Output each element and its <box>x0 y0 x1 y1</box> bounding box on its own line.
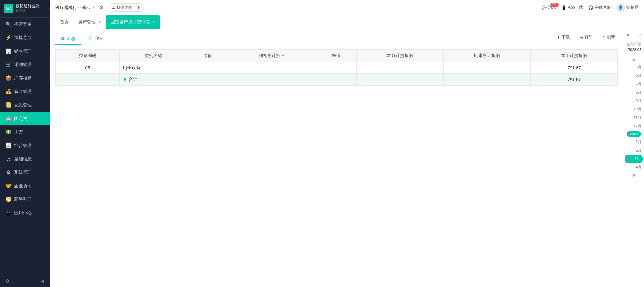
sidebar-item-appcenter[interactable]: 📱 应用中心 <box>0 206 50 220</box>
tab-home[interactable]: 首页 <box>55 15 73 29</box>
sidebar-item-fixed[interactable]: 🏢 固定资产 <box>0 112 50 125</box>
main-area: 医疗器械行业演示 ▾ ⚙ ☁ 我要体验一下 💬 消息 99+ 📱 App下载 🎧… <box>50 0 644 287</box>
timeline-month-2[interactable]: 2月 <box>623 146 644 155</box>
close-icon[interactable]: ✕ <box>626 32 630 38</box>
timeline-month-1[interactable]: 1月 <box>623 138 644 146</box>
refresh-button[interactable]: ↻ 刷新 <box>600 33 618 41</box>
download-icon: 📱 <box>561 5 566 10</box>
header-settings-icon[interactable]: ⚙ <box>99 4 104 11</box>
download-icon: ⬇ <box>557 35 560 40</box>
expand-icon[interactable]: ⤢ <box>637 32 641 38</box>
tab-asset[interactable]: 资产管理 ✕ <box>73 15 106 29</box>
sidebar-item-payroll[interactable]: 💵 工资 <box>0 125 50 139</box>
handshake-icon: 🤝 <box>5 183 11 189</box>
total-label: ▶ 合计： <box>120 74 187 86</box>
sidebar-item-label: 资金管理 <box>14 89 32 95</box>
tab-close-depreciation[interactable]: ✕ <box>152 20 155 24</box>
timeline-month-5[interactable]: 5月 <box>623 63 644 71</box>
tab-close-asset[interactable]: ✕ <box>98 20 101 24</box>
timeline-month-4[interactable]: 4月 <box>623 163 644 171</box>
total-row: ▶ 合计： 791.67 <box>56 74 618 86</box>
cell-accumulated <box>228 62 315 74</box>
content-main: ♻ 汇总 📄 明细 ⬇ 下载 🖨 打印 <box>50 29 623 287</box>
print-button[interactable]: 🖨 打印 <box>577 33 595 41</box>
user-profile[interactable]: 👤 畅捷通 <box>616 3 639 12</box>
collapse-icon[interactable]: ◀ <box>41 278 44 284</box>
tab-bar: 首页 资产管理 ✕ 固定资产折旧统计表 ✕ <box>50 15 644 29</box>
total-code <box>56 74 120 86</box>
timeline-month-6[interactable]: 6月 <box>623 71 644 80</box>
sub-tab-summary[interactable]: ♻ 汇总 <box>55 33 81 45</box>
header-right: 💬 消息 99+ 📱 App下载 🎧 在线客服 👤 畅捷通 <box>542 3 639 12</box>
timeline-month-3[interactable]: 3月 <box>625 155 643 163</box>
sub-tab-detail[interactable]: 📄 明细 <box>81 33 108 45</box>
right-panel-header: ✕ ⤢ <box>623 29 644 41</box>
building-icon: 🏢 <box>5 116 11 122</box>
sidebar-item-system[interactable]: ⚙ 系统管理 <box>0 166 50 179</box>
depreciation-table: 类别编码 类别名称 原值 期初累计折旧 净值 本月计提折旧 期末累计折旧 本年计… <box>55 49 618 86</box>
table-header-row: 类别编码 类别名称 原值 期初累计折旧 净值 本月计提折旧 期末累计折旧 本年计… <box>56 50 618 62</box>
experience-button[interactable]: ☁ 我要体验一下 <box>107 3 144 12</box>
total-accumulated <box>228 74 315 86</box>
timeline-month-12[interactable]: 12月 <box>623 122 644 130</box>
sidebar-item-label: 快捷导航 <box>14 35 32 41</box>
timeline-month-9[interactable]: 9月 <box>623 97 644 105</box>
date-label: 当前日期 <box>623 41 644 47</box>
company-selector[interactable]: 医疗器械行业演示 ▾ <box>55 5 94 11</box>
sidebar-item-label: 系统管理 <box>14 169 32 176</box>
timeline-up[interactable]: ▲ <box>623 55 644 63</box>
total-net <box>315 74 357 86</box>
sub-tabs: ♻ 汇总 📄 明细 ⬇ 下载 🖨 打印 <box>55 33 618 45</box>
sidebar-item-label: 应用中心 <box>14 210 32 216</box>
cell-net <box>315 62 357 74</box>
logo-version: 普及版 <box>16 9 40 13</box>
timeline-month-8[interactable]: 8月 <box>623 88 644 97</box>
settings-footer-icon[interactable]: ⚙ <box>5 278 10 284</box>
sidebar-item-finance[interactable]: 💰 资金管理 <box>0 85 50 98</box>
chevron-down-icon: ▾ <box>92 5 94 10</box>
sidebar-item-label: 库存核算 <box>14 75 32 81</box>
folder-icon: 🗂 <box>5 156 11 162</box>
timeline-down[interactable]: ▼ <box>623 171 644 180</box>
col-annual: 本年计提折旧 <box>530 50 617 62</box>
col-accumulated: 期初累计折旧 <box>228 50 315 62</box>
table-row[interactable]: 05 电子设备 791.67 <box>56 62 618 74</box>
company-name: 医疗器械行业演示 <box>55 5 90 11</box>
lightning-icon: ⚡ <box>5 35 11 41</box>
service-icon: 🎧 <box>588 5 593 10</box>
sidebar-item-label: 经营管理 <box>14 142 32 149</box>
message-button[interactable]: 💬 消息 99+ <box>542 5 556 10</box>
toolbar: ⬇ 下载 🖨 打印 ↻ 刷新 <box>554 33 618 41</box>
sidebar-item-label: 基础信息 <box>14 156 32 162</box>
box-icon: 📦 <box>5 75 11 81</box>
timeline-month-11[interactable]: 11月 <box>623 114 644 122</box>
sidebar-item-guide[interactable]: 🧭 新手引导 <box>0 193 50 206</box>
service-button[interactable]: 🎧 在线客服 <box>588 5 611 10</box>
download-button[interactable]: ⬇ 下载 <box>554 33 573 41</box>
sidebar-item-enterprise[interactable]: 🤝 企业协同 <box>0 179 50 193</box>
sidebar-item-operation[interactable]: 📈 经营管理 <box>0 139 50 152</box>
tab-depreciation[interactable]: 固定资产折旧统计表 ✕ <box>106 15 160 29</box>
total-original <box>187 74 228 86</box>
sidebar-item-search[interactable]: 🔍 搜索菜单 <box>0 18 50 31</box>
sidebar-item-basic[interactable]: 🗂 基础信息 <box>0 152 50 166</box>
cell-code: 05 <box>56 62 120 74</box>
sidebar-item-label: 固定资产 <box>14 116 32 122</box>
timeline-month-7[interactable]: 7月 <box>623 80 644 88</box>
sidebar-item-ledger[interactable]: 📒 总账管理 <box>0 98 50 112</box>
app-download-button[interactable]: 📱 App下载 <box>561 5 583 10</box>
sidebar-item-purchase[interactable]: 🛒 采购管理 <box>0 58 50 71</box>
sidebar-item-quicknav[interactable]: ⚡ 快捷导航 <box>0 31 50 44</box>
timeline-month-10[interactable]: 10月 <box>623 105 644 114</box>
cell-name: 电子设备 <box>120 62 187 74</box>
message-badge: 99+ <box>550 3 559 7</box>
sidebar-item-sales[interactable]: 📊 销售管理 <box>0 44 50 58</box>
sidebar-item-label: 新手引导 <box>14 196 32 202</box>
sidebar-item-inventory[interactable]: 📦 库存核算 <box>0 71 50 85</box>
logo-text: 畅捷通好业财 <box>16 4 40 9</box>
summary-icon: ♻ <box>61 36 65 41</box>
search-icon: 🔍 <box>5 21 11 27</box>
expand-icon[interactable]: ▶ <box>123 77 127 82</box>
header: 医疗器械行业演示 ▾ ⚙ ☁ 我要体验一下 💬 消息 99+ 📱 App下载 🎧… <box>50 0 644 15</box>
sidebar-item-label: 企业协同 <box>14 183 32 189</box>
